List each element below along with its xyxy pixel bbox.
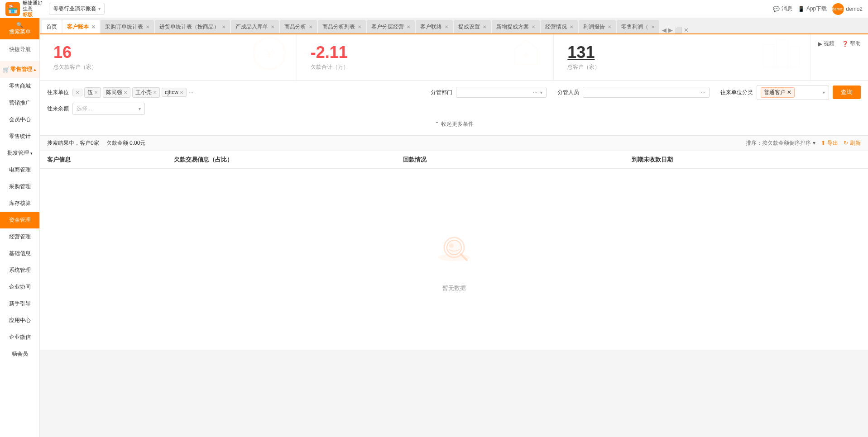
sidebar-item-enterprise-wechat[interactable]: 企业微信 (0, 329, 39, 346)
filter-tag-remove-icon[interactable]: ✕ (153, 90, 157, 95)
tab-new-increase[interactable]: 新增提成方案 ✕ (492, 20, 540, 33)
tab-close-icon[interactable]: ✕ (651, 24, 655, 29)
filter-tag-remove-icon[interactable]: ✕ (180, 90, 183, 95)
tab-retail-profit[interactable]: 零售利润（ ✕ (617, 20, 659, 33)
svg-rect-3 (763, 44, 774, 67)
svg-rect-5 (790, 47, 799, 67)
filter-dept-select[interactable]: ··· ▾ (456, 87, 547, 98)
refresh-button[interactable]: ↻ 刷新 (844, 139, 861, 147)
sort-label: 排序：按欠款金额倒序排序 (746, 139, 811, 147)
tab-close-icon[interactable]: ✕ (532, 24, 535, 29)
sidebar-item-capital[interactable]: 资金管理 (0, 212, 39, 228)
tab-close-icon[interactable]: ✕ (570, 24, 573, 29)
tab-close-icon[interactable]: ✕ (445, 24, 448, 29)
tab-prompt-settings[interactable]: 提成设置 ✕ (454, 20, 491, 33)
filter-person-input[interactable]: ··· (583, 87, 710, 98)
store-selector[interactable]: 母婴行业演示账套 ▾ (49, 3, 105, 15)
result-bar: 搜索结果中，客户0家 欠款金额 0.00元 排序：按欠款金额倒序排序 ▾ ⬆ 导… (40, 136, 868, 151)
user-avatar-area[interactable]: demo2 demo2 (832, 3, 863, 15)
table-body: 暂无数据 (40, 169, 868, 350)
sidebar-item-retail-mgmt[interactable]: 🛒 零售管理 ▲ (0, 61, 39, 78)
col-due-date: 到期未收款日期 (632, 156, 861, 164)
messages-btn[interactable]: 💬 消息 (773, 5, 792, 13)
tab-close-icon[interactable]: ✕ (407, 24, 410, 29)
sidebar-item-operations[interactable]: 经营管理 (0, 228, 39, 245)
tab-close-icon[interactable]: ✕ (91, 24, 95, 29)
tab-prev-icon[interactable]: ◀ (662, 27, 667, 33)
sidebar-item-new-guide[interactable]: 新手引导 (0, 295, 39, 312)
filter-row-2: 往来余额 选择... ▾ (47, 103, 861, 115)
sidebar-item-retail-mall[interactable]: 零售商城 (0, 78, 39, 95)
sidebar-item-enterprise-collab[interactable]: 企业协同 (0, 279, 39, 295)
filter-tag-remove-icon[interactable]: ✕ (124, 90, 127, 95)
stat-label-1: 总欠款客户（家） (53, 63, 97, 71)
sidebar-item-ecommerce[interactable]: 电商管理 (0, 162, 39, 178)
tab-close-icon[interactable]: ✕ (146, 24, 149, 29)
sidebar-item-retail-stats[interactable]: 零售统计 (0, 128, 39, 145)
tab-close-all-icon[interactable]: ✕ (684, 27, 689, 33)
filter-tag-remove-icon[interactable]: ✕ (94, 90, 98, 95)
sidebar-search-btn[interactable]: 🔍 搜索菜单 (0, 18, 39, 39)
filter-more-icon[interactable]: ··· (188, 89, 194, 96)
sidebar-item-inventory[interactable]: 库存核算 (0, 195, 39, 212)
tab-inbound-stats[interactable]: 进货单统计表（按商品） ✕ (155, 20, 230, 33)
export-button[interactable]: ⬆ 导出 (821, 139, 838, 147)
avatar: demo2 (832, 3, 844, 15)
help-btn[interactable]: ❓ 帮助 (842, 40, 861, 48)
app-download-btn[interactable]: 📱 App下载 (798, 5, 827, 13)
sidebar-item-basic-info[interactable]: 基础信息 (0, 245, 39, 262)
filter-category-select[interactable]: 普通客户 ✕ ▾ (757, 85, 829, 100)
collapse-btn[interactable]: ⌃ 收起更多条件 (432, 118, 476, 131)
stat-bg-icon-3 (761, 38, 801, 76)
filter-tag-unit-chen[interactable]: 陈民强 ✕ (103, 87, 130, 98)
tab-operations[interactable]: 经营情况 ✕ (541, 20, 578, 33)
filter-tag-unit-all[interactable]: ✕ (72, 89, 82, 96)
sidebar-item-system[interactable]: 系统管理 (0, 262, 39, 279)
tab-product-analysis[interactable]: 商品分析 ✕ (280, 20, 317, 33)
sidebar-item-app-center[interactable]: 应用中心 (0, 312, 39, 329)
tab-close-icon[interactable]: ✕ (222, 24, 225, 29)
tab-product-inbound[interactable]: 产成品入库单 ✕ (231, 20, 279, 33)
filter-tag-unit-wu[interactable]: 伍 ✕ (84, 87, 101, 98)
sidebar-item-member-center[interactable]: 会员中心 (0, 111, 39, 128)
tab-close-icon[interactable]: ✕ (483, 24, 486, 29)
filter-category-remove-icon[interactable]: ✕ (787, 89, 791, 95)
tab-product-analysis-list[interactable]: 商品分析列表 ✕ (318, 20, 366, 33)
chevron-down-icon: ▾ (30, 151, 33, 156)
collapse-row: ⌃ 收起更多条件 (47, 118, 861, 131)
filter-balance-select[interactable]: 选择... ▾ (72, 103, 145, 115)
sidebar-item-quick-nav[interactable]: 快捷导航 (0, 42, 39, 57)
sidebar-item-purchase[interactable]: 采购管理 (0, 178, 39, 195)
tab-close-icon[interactable]: ✕ (358, 24, 361, 29)
chevron-down-icon: ▾ (98, 6, 101, 11)
sidebar-item-marketing[interactable]: 营销推广 (0, 95, 39, 111)
filter-tag-category: 普通客户 ✕ (761, 87, 795, 98)
video-btn[interactable]: ▶ 视频 (818, 40, 834, 48)
stat-number-1: 16 (53, 43, 72, 62)
tab-customer-contact[interactable]: 客户联络 ✕ (416, 20, 453, 33)
filter-tag-close-icon[interactable]: ✕ (76, 90, 79, 95)
filter-tag-unit-cjttcw[interactable]: cjttcw ✕ (162, 88, 187, 97)
expand-icon: ▲ (33, 67, 37, 72)
filter-person-label: 分管人员 (557, 89, 579, 96)
tab-close-icon[interactable]: ✕ (271, 24, 274, 29)
sort-button[interactable]: 排序：按欠款金额倒序排序 ▾ (746, 139, 815, 147)
svg-point-9 (447, 240, 461, 255)
tab-home[interactable]: 首页 (42, 20, 62, 33)
sidebar-quick-nav: 快捷导航 (0, 39, 39, 60)
col-customer-info: 客户信息 (47, 156, 174, 164)
svg-rect-4 (777, 40, 788, 67)
filter-tag-unit-wang[interactable]: 王小亮 ✕ (132, 87, 160, 98)
sidebar: 🔍 搜索菜单 快捷导航 🛒 零售管理 ▲ 零售商城 营销推广 会员中心 (0, 18, 40, 437)
tab-close-icon[interactable]: ✕ (309, 24, 312, 29)
tab-customer-tier[interactable]: 客户分层经营 ✕ (367, 20, 415, 33)
sidebar-item-wholesale-mgmt[interactable]: 批发管理 ▾ (0, 145, 39, 162)
tab-close-icon[interactable]: ✕ (608, 24, 611, 29)
tab-next-icon[interactable]: ▶ (668, 27, 673, 33)
search-button[interactable]: 查询 (833, 86, 861, 99)
tab-maximize-icon[interactable]: ⬜ (675, 27, 682, 33)
tab-purchase-order-stats[interactable]: 采购订单统计表 ✕ (101, 20, 154, 33)
tab-profit-report[interactable]: 利润报告 ✕ (579, 20, 616, 33)
tab-customer-accounts[interactable]: 客户账本 ✕ (62, 20, 100, 33)
sidebar-item-member-plus[interactable]: 畅会员 (0, 346, 39, 362)
